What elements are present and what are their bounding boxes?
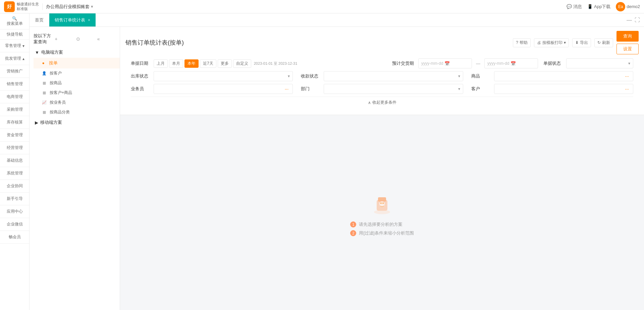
date-btn-last-7days[interactable]: 近7天	[200, 59, 216, 68]
message-button[interactable]: 💬 消息	[567, 4, 582, 10]
app-logo: 好 畅捷通好生意 标准版	[4, 1, 39, 12]
salesperson-more-icon[interactable]: ···	[283, 86, 290, 92]
scheme-item-by-goods[interactable]: ▦ 按商品	[34, 78, 120, 88]
expected-date-end[interactable]: yyyy-mm-dd 📅	[484, 58, 538, 68]
tab-close-button[interactable]: ×	[88, 18, 90, 22]
tip-number-2: 2	[350, 230, 356, 236]
delivery-chevron-icon: ▾	[288, 74, 290, 79]
salesperson-scheme-icon: 📈	[42, 100, 47, 105]
print-button[interactable]: 🖨 按模板打印 ▾	[534, 38, 569, 47]
filter-row-1: 单据日期 上月 本月 本年 近7天 更多 自定义 2023-01-01 至 20…	[131, 58, 633, 68]
empty-tips: 1 请先选择要分析的方案 2 用[过滤]条件来缩小分析范围	[350, 221, 414, 236]
tabbar: 首页 销售订单统计表 × — ⛶	[30, 13, 644, 27]
filter-area: 单据日期 上月 本月 本年 近7天 更多 自定义 2023-01-01 至 20…	[125, 58, 639, 112]
svg-point-4	[380, 202, 382, 204]
sidebar-item-wechat[interactable]: 企业微信	[0, 218, 29, 231]
scheme-item-by-category[interactable]: ▦ 按商品分类	[34, 107, 120, 117]
topbar: 好 畅捷通好生意 标准版 办公用品行业模拟账套 ▾ 💬 消息 📱 App下载 E…	[0, 0, 644, 13]
mobile-section-header[interactable]: ▶ 移动端方案	[30, 117, 120, 128]
sidebar-item-finance[interactable]: 资金管理	[0, 129, 29, 142]
filter-row-2: 出库状态 ▾ 收款状态 ▾ 商品	[131, 71, 633, 81]
sidebar-item-sales[interactable]: 销售管理	[0, 78, 29, 91]
main-layout: 🔍 搜索菜单 快捷导航 零售管理 ▾ 批发管理 ▴ 营销推广 销售管理 电商管理…	[0, 13, 644, 310]
content-area: 首页 销售订单统计表 × — ⛶ 按以下方案查询 + ⊙ «	[30, 13, 644, 310]
minimize-button[interactable]: —	[627, 17, 632, 23]
sidebar-search[interactable]: 🔍 搜索菜单	[0, 13, 29, 30]
empty-tip-2: 2 用[过滤]条件来缩小分析范围	[350, 230, 414, 236]
sidebar-item-guide[interactable]: 新手引导	[0, 193, 29, 205]
scheme-item-by-order[interactable]: ● 按单	[34, 58, 120, 68]
delivery-select[interactable]: ▾	[154, 71, 293, 81]
customer-label: 客户	[471, 86, 491, 92]
app-download-button[interactable]: 📱 App下载	[587, 4, 610, 10]
delivery-label: 出库状态	[131, 73, 151, 79]
goods-select[interactable]: ···	[494, 71, 633, 81]
refresh-button[interactable]: ↻ 刷新	[594, 38, 613, 47]
date-btn-more[interactable]: 更多	[218, 59, 232, 68]
date-btn-custom[interactable]: 自定义	[233, 59, 251, 68]
date-separator: —	[475, 61, 482, 66]
sidebar-item-inventory[interactable]: 库存核算	[0, 116, 29, 129]
pc-section-header[interactable]: ▼ 电脑端方案	[30, 47, 120, 58]
maximize-button[interactable]: ⛶	[635, 17, 640, 23]
tab-sales-order-summary[interactable]: 销售订单统计表 ×	[49, 13, 96, 27]
collection-chevron-icon: ▾	[458, 74, 460, 79]
sidebar-item-management[interactable]: 经营管理	[0, 142, 29, 154]
goods-more-icon[interactable]: ···	[624, 73, 630, 79]
salesperson-select[interactable]: ···	[154, 84, 293, 94]
print-dropdown-icon: ▾	[564, 40, 566, 45]
status-label: 单据状态	[543, 60, 564, 66]
chevron-down-icon: ▾	[22, 44, 24, 48]
date-btn-this-month[interactable]: 本月	[169, 59, 183, 68]
dept-select[interactable]: ▾	[324, 84, 463, 94]
sidebar-item-base-info[interactable]: 基础信息	[0, 154, 29, 167]
customer-select[interactable]: ···	[494, 84, 633, 94]
status-select[interactable]: ▾	[566, 58, 633, 68]
edit-scheme-button[interactable]: ⊙	[76, 36, 95, 42]
svg-rect-2	[378, 197, 386, 202]
sidebar-item-system[interactable]: 系统管理	[0, 167, 29, 180]
dept-label: 部门	[301, 86, 321, 92]
topbar-divider	[42, 3, 43, 10]
tab-home[interactable]: 首页	[30, 13, 49, 27]
export-icon: ⬇	[575, 40, 579, 45]
sidebar-item-ecommerce[interactable]: 电商管理	[0, 91, 29, 103]
expected-date-start[interactable]: yyyy-mm-dd 📅	[418, 58, 472, 68]
pc-schemes-list: ● 按单 👤 按客户 ▦ 按商品 ▦ 按客户+商品	[30, 58, 120, 117]
date-btn-last-month[interactable]: 上月	[154, 59, 168, 68]
date-label: 单据日期	[131, 60, 151, 66]
scheme-item-customer-goods[interactable]: ▦ 按客户+商品	[34, 88, 120, 98]
tabbar-right: — ⛶	[627, 17, 644, 23]
empty-illustration	[369, 189, 395, 216]
svg-point-3	[379, 201, 385, 207]
scheme-item-by-customer[interactable]: 👤 按客户	[34, 68, 120, 78]
sidebar-item-wholesale[interactable]: 批发管理 ▴	[0, 52, 29, 65]
status-chevron-icon: ▾	[628, 61, 630, 66]
date-btn-this-year[interactable]: 本年	[184, 59, 199, 68]
sidebar-item-member[interactable]: 畅会员	[0, 231, 29, 244]
sidebar-item-app-center[interactable]: 应用中心	[0, 205, 29, 218]
sidebar-quick-nav[interactable]: 快捷导航	[0, 30, 29, 40]
sidebar-item-enterprise[interactable]: 企业协同	[0, 180, 29, 193]
customer-more-icon[interactable]: ···	[624, 86, 630, 92]
sidebar-item-retail[interactable]: 零售管理 ▾	[0, 40, 29, 52]
export-button[interactable]: ⬇ 导出	[572, 38, 591, 47]
collection-select[interactable]: ▾	[324, 71, 463, 81]
sidebar-item-marketing[interactable]: 营销推广	[0, 65, 29, 78]
setting-button[interactable]: 设置	[616, 44, 639, 54]
help-button[interactable]: ? 帮助	[513, 38, 531, 47]
add-scheme-button[interactable]: +	[55, 36, 73, 42]
active-scheme-icon: ●	[40, 60, 46, 66]
collapse-filter-button[interactable]: ∧ 收起更多条件	[131, 97, 633, 108]
dept-chevron-icon: ▾	[458, 87, 460, 91]
collapse-panel-button[interactable]: «	[97, 36, 116, 42]
calendar-icon-2: 📅	[511, 61, 516, 66]
sidebar-item-purchase[interactable]: 采购管理	[0, 103, 29, 116]
user-menu[interactable]: Ea demo2	[616, 2, 640, 11]
scheme-item-by-salesperson[interactable]: 📈 按业务员	[34, 98, 120, 107]
topbar-dropdown-icon[interactable]: ▾	[91, 4, 93, 9]
chevron-up-icon: ▴	[22, 56, 24, 61]
topbar-title: 办公用品行业模拟账套	[46, 4, 90, 10]
collection-label: 收款状态	[301, 73, 321, 79]
search-button[interactable]: 查询	[616, 31, 639, 42]
